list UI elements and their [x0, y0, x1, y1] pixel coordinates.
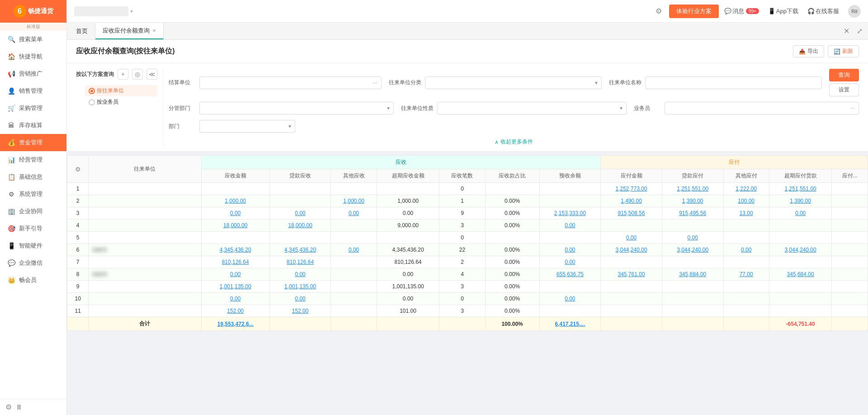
- sidebar-item-guide[interactable]: 🎯 新手引导: [0, 220, 66, 237]
- sidebar-item-purchase[interactable]: 🛒 采购管理: [0, 100, 66, 117]
- table-cell[interactable]: 1,390.00: [769, 195, 832, 207]
- table-cell: 0.00%: [485, 281, 539, 293]
- sidebar-item-wechat[interactable]: 💬 企业微信: [0, 254, 66, 272]
- dept-input[interactable]: ▾: [199, 120, 295, 133]
- table-cell[interactable]: 0.00: [331, 207, 377, 219]
- table-cell[interactable]: 1,390.00: [662, 195, 723, 207]
- table-cell[interactable]: 0.00: [662, 232, 723, 244]
- table-cell[interactable]: 1,222.00: [723, 183, 769, 195]
- unit-nature-input[interactable]: ▾: [437, 102, 626, 114]
- table-cell[interactable]: 345,684.00: [662, 268, 723, 281]
- table-container: ⚙ 往来单位 应收 应付 应收金额 贷款应收 其他应收 超期应收金额 应收笔数 …: [67, 155, 868, 331]
- table-cell[interactable]: 0.00: [269, 293, 331, 305]
- add-filter-btn[interactable]: ＋: [118, 69, 128, 80]
- filter-option-by-unit[interactable]: 按往来单位: [85, 85, 157, 96]
- table-cell[interactable]: 915,508.56: [601, 207, 662, 219]
- table-cell[interactable]: 18,000.00: [201, 219, 269, 232]
- table-cell[interactable]: 4,345,436.20: [201, 244, 269, 256]
- table-cell[interactable]: 3,044,240.00: [601, 244, 662, 256]
- sidebar-item-vip[interactable]: 👑 畅会员: [0, 272, 66, 289]
- query-button[interactable]: 查询: [829, 69, 859, 81]
- filter-settings-btn[interactable]: ◎: [132, 69, 143, 80]
- table-cell[interactable]: 1,251,551.00: [662, 183, 723, 195]
- settlement-input[interactable]: ···: [199, 76, 382, 89]
- table-cell: [331, 232, 377, 244]
- table-cell[interactable]: 100.00: [723, 195, 769, 207]
- table-cell[interactable]: 152.00: [201, 305, 269, 317]
- table-settings-icon[interactable]: ⚙: [75, 166, 81, 173]
- table-cell[interactable]: 0.00: [723, 244, 769, 256]
- sidebar-item-hardware[interactable]: 📱 智能硬件: [0, 237, 66, 254]
- filter-option-by-staff[interactable]: 按业务员: [85, 96, 157, 108]
- sidebar-item-search[interactable]: 🔍 搜索菜单: [0, 31, 66, 48]
- table-cell[interactable]: 0.00: [269, 207, 331, 219]
- dept-manager-input[interactable]: ▾: [199, 102, 394, 114]
- tab-home[interactable]: 首页: [69, 24, 95, 39]
- settings-bottom-icon[interactable]: ⚙: [5, 403, 12, 411]
- message-icon: 💬: [724, 8, 731, 14]
- table-cell[interactable]: 1,001,135.00: [269, 281, 331, 293]
- table-cell[interactable]: 77.00: [723, 268, 769, 281]
- table-cell[interactable]: 152.00: [269, 305, 331, 317]
- sidebar-item-shortcut[interactable]: 🏠 快捷导航: [0, 48, 66, 65]
- sidebar-item-management[interactable]: 📊 经营管理: [0, 151, 66, 168]
- app-download-btn[interactable]: 📱 App下载: [768, 7, 798, 15]
- table-cell[interactable]: 0.00: [601, 232, 662, 244]
- table-cell[interactable]: 18,000.00: [269, 219, 331, 232]
- table-cell[interactable]: 0.00: [769, 207, 832, 219]
- table-cell[interactable]: 0.00: [331, 244, 377, 256]
- table-cell[interactable]: 0.00: [539, 293, 601, 305]
- table-cell[interactable]: 915,495.56: [662, 207, 723, 219]
- sidebar-item-basic[interactable]: 📋 基础信息: [0, 168, 66, 186]
- table-cell[interactable]: 13.00: [723, 207, 769, 219]
- table-cell[interactable]: 1,000.00: [331, 195, 377, 207]
- th-settings[interactable]: ⚙: [67, 156, 89, 183]
- tabbar-expand-icon[interactable]: ⤢: [853, 27, 866, 35]
- table-cell[interactable]: 0.00: [201, 293, 269, 305]
- table-cell[interactable]: 3,044,240.00: [662, 244, 723, 256]
- collapse-more-btn[interactable]: ∧ 收起更多条件: [169, 138, 859, 146]
- table-cell[interactable]: 0.00: [539, 219, 601, 232]
- tab-close-icon[interactable]: ✕: [152, 28, 156, 33]
- table-cell[interactable]: 3,044,240.00: [769, 244, 832, 256]
- export-button[interactable]: 📤 导出: [793, 45, 824, 57]
- unit-category-input[interactable]: ▾: [425, 76, 602, 89]
- table-cell[interactable]: 810,126.64: [201, 256, 269, 268]
- message-btn[interactable]: 💬 消息 99+: [724, 7, 759, 15]
- sidebar-item-sales[interactable]: 👤 销售管理: [0, 82, 66, 100]
- table-cell[interactable]: 1,251,551.00: [769, 183, 832, 195]
- filter-collapse-btn[interactable]: ≪: [146, 69, 157, 80]
- unit-name-input[interactable]: [645, 76, 822, 89]
- tabbar-close-icon[interactable]: ✕: [840, 27, 853, 35]
- settings-button[interactable]: 设置: [829, 83, 859, 96]
- table-cell[interactable]: 2,153,333.00: [539, 207, 601, 219]
- table-cell[interactable]: 0.00: [201, 207, 269, 219]
- salesperson-input[interactable]: ···: [665, 102, 859, 114]
- table-cell[interactable]: 0.00: [269, 268, 331, 281]
- refresh-button[interactable]: 🔄 刷新: [828, 45, 859, 57]
- sidebar-item-system[interactable]: ⚙ 系统管理: [0, 186, 66, 203]
- sidebar-item-finance[interactable]: 💰 资金管理: [0, 134, 66, 151]
- table-cell[interactable]: 1,000.00: [201, 195, 269, 207]
- table-cell[interactable]: 4,345,436.20: [269, 244, 331, 256]
- sidebar-item-inventory[interactable]: 🏛 库存核算: [0, 117, 66, 134]
- promo-button[interactable]: 体验行业方案: [669, 5, 719, 18]
- table-cell[interactable]: 0.00: [539, 256, 601, 268]
- online-service-btn[interactable]: 🎧 在线客服: [807, 7, 839, 15]
- sidebar-item-marketing[interactable]: 📢 营销推广: [0, 65, 66, 82]
- tab-ar-ap[interactable]: 应收应付余额查询 ✕: [95, 23, 164, 39]
- sidebar-item-enterprise[interactable]: 🏢 企业协同: [0, 203, 66, 220]
- table-cell[interactable]: 0.00: [539, 244, 601, 256]
- collapse-sidebar-btn[interactable]: ⏸: [15, 403, 23, 411]
- table-cell[interactable]: 655,636.75: [539, 268, 601, 281]
- table-cell[interactable]: 810,126.64: [269, 256, 331, 268]
- table-cell[interactable]: 345,684.00: [769, 268, 832, 281]
- table-cell[interactable]: 0.00: [201, 268, 269, 281]
- table-cell[interactable]: 345,761.00: [601, 268, 662, 281]
- table-cell[interactable]: 1,001,135.00: [201, 281, 269, 293]
- topbar-settings-icon[interactable]: ⚙: [656, 7, 662, 15]
- table-cell[interactable]: 1,490.00: [601, 195, 662, 207]
- table-cell[interactable]: 1,252,773.00: [601, 183, 662, 195]
- collapse-label: 收起更多条件: [500, 138, 533, 146]
- avatar[interactable]: Rit: [848, 5, 861, 18]
